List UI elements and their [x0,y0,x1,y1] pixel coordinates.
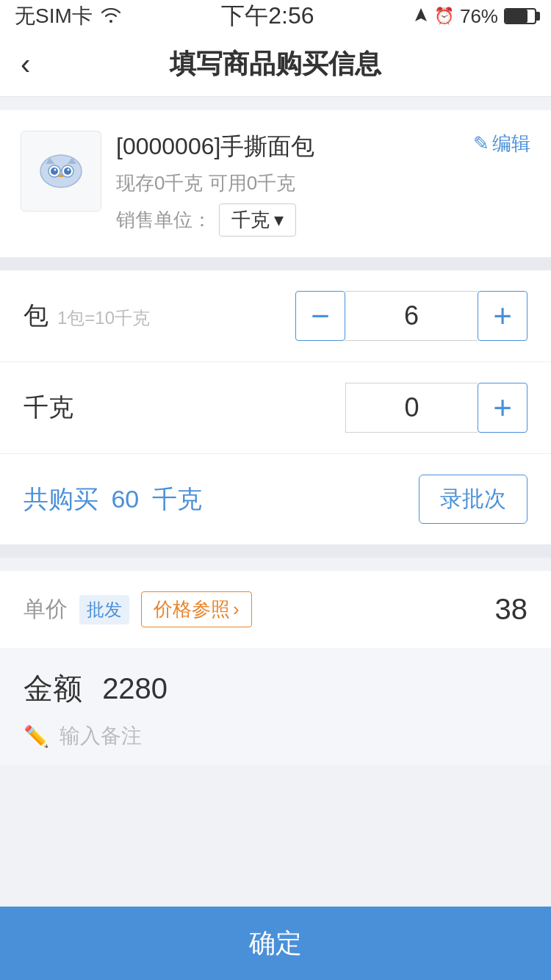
qty-input-kg[interactable] [345,383,478,433]
qty-hint-bao: 1包=10千克 [57,308,150,328]
quantity-section: 包1包=10千克 − + 千克 + [0,270,551,454]
battery-icon [504,8,536,24]
svg-point-8 [68,169,70,171]
amount-row: 金额 2280 [24,669,527,709]
status-right: ⏰ 76% [414,5,536,28]
price-tag: 批发 [79,595,129,624]
qty-plus-bao[interactable]: + [478,291,527,341]
product-stock: 现存0千克 可用0千克 [116,170,530,196]
qty-input-bao[interactable] [345,291,478,341]
product-unit: 销售单位： 千克 ▾ [116,203,530,237]
qty-plus-kg[interactable]: + [478,383,527,433]
status-bar: 无SIM卡 下午2:56 ⏰ 76% [0,0,551,32]
dropdown-arrow-icon: ▾ [274,209,284,231]
qty-label-kg: 千克 [24,391,345,425]
battery-percent: 76% [460,5,498,28]
qty-controls-kg: + [345,383,527,433]
svg-point-6 [64,167,71,175]
amount-value: 2280 [102,672,168,705]
total-text: 共购买 60 千克 [24,483,202,516]
remark-placeholder: 输入备注 [60,722,142,750]
wifi-icon [100,4,122,28]
pencil-icon: ✏️ [24,724,49,749]
amount-label: 金额 [24,672,82,705]
edit-link[interactable]: ✎ 编辑 [473,131,530,156]
price-ref-label: 价格参照 [154,597,230,622]
price-ref-button[interactable]: 价格参照 › [141,591,252,627]
qty-label-bao: 包1包=10千克 [24,299,295,333]
product-card: [0000006]手撕面包 ✎ 编辑 现存0千克 可用0千克 销售单位： 千克 … [0,110,551,257]
price-row: 单价 批发 价格参照 › 38 [24,591,527,627]
carrier-label: 无SIM卡 [15,2,93,30]
total-quantity: 60 [111,485,139,513]
edit-icon: ✎ [473,132,489,155]
svg-point-7 [54,169,57,171]
bottom-bar: 确定 [0,907,551,980]
product-thumbnail-icon [35,149,87,193]
location-icon [414,5,428,28]
qty-minus-bao[interactable]: − [295,291,345,341]
status-left: 无SIM卡 [15,2,122,30]
edit-label: 编辑 [492,131,530,156]
status-time: 下午2:56 [221,0,314,32]
product-name: [0000006]手撕面包 [116,131,314,163]
alarm-icon: ⏰ [434,7,454,26]
qty-controls-bao: − + [295,291,527,341]
svg-point-0 [40,155,82,187]
section-separator-2 [0,544,551,558]
qty-row-bao: 包1包=10千克 − + [0,270,551,362]
unit-select[interactable]: 千克 ▾ [219,203,296,237]
confirm-button[interactable]: 确定 [0,907,551,980]
amount-section: 金额 2280 ✏️ 输入备注 [0,648,551,765]
svg-point-5 [51,167,58,175]
back-button[interactable]: ‹ [21,48,30,81]
section-separator-1 [0,257,551,270]
price-section: 单价 批发 价格参照 › 38 [0,571,551,648]
remark-row[interactable]: ✏️ 输入备注 [24,722,527,765]
nav-bar: ‹ 填写商品购买信息 [0,32,551,97]
qty-row-kg: 千克 + [0,362,551,454]
batch-button[interactable]: 录批次 [419,475,527,524]
product-image [21,131,101,212]
price-ref-arrow-icon: › [233,598,240,621]
product-info: [0000006]手撕面包 ✎ 编辑 现存0千克 可用0千克 销售单位： 千克 … [116,131,530,237]
page-title: 填写商品购买信息 [170,46,381,82]
unit-value: 千克 [231,207,270,233]
price-value: 38 [495,593,528,626]
unit-label: 销售单位： [116,207,212,233]
price-label: 单价 [24,594,68,624]
total-row: 共购买 60 千克 录批次 [0,454,551,544]
